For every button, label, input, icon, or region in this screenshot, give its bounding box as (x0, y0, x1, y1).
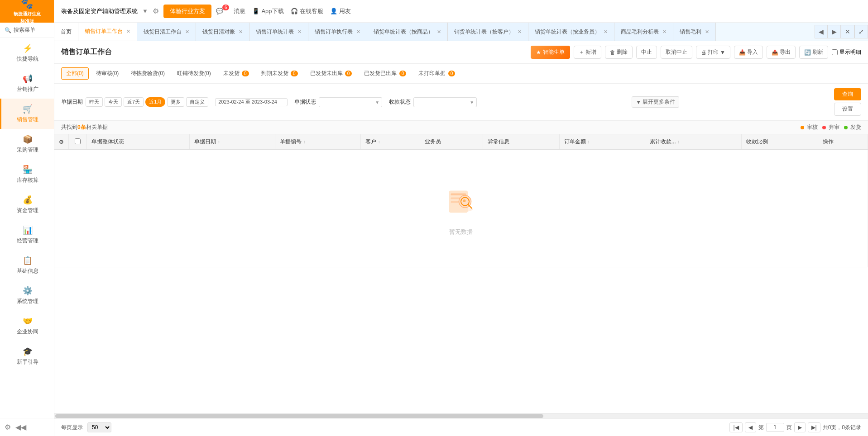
filter-tab-shipped-out[interactable]: 已发货已出库 0 (359, 67, 411, 80)
audit-btn[interactable]: 审核 (801, 123, 818, 131)
number-sort-icon[interactable]: ↕ (303, 139, 306, 144)
inventory-icon: 🏪 (23, 165, 33, 175)
tab-close-icon[interactable]: ✕ (604, 29, 608, 35)
sidebar-item-sales[interactable]: 🛒 销售管理 (0, 99, 54, 129)
per-page-select[interactable]: 20 50 100 (87, 422, 111, 432)
select-all-checkbox[interactable] (75, 138, 81, 144)
filter-tab-overdue-not-shipped[interactable]: 到期未发货 0 (256, 67, 303, 80)
sidebar-item-purchase[interactable]: 📦 采购管理 (0, 129, 54, 159)
expand-conditions-btn[interactable]: ▼ 展开更多条件 (632, 96, 679, 108)
filter-tab-wangpu-pending[interactable]: 旺铺待发货(0) (172, 67, 216, 80)
date-btn-today[interactable]: 今天 (105, 97, 122, 107)
add-btn[interactable]: ＋ 新增 (574, 46, 601, 59)
message-action[interactable]: 💬 6 消息 (216, 7, 246, 15)
payment-select[interactable] (413, 97, 477, 107)
amount-sort-icon[interactable]: ↕ (587, 139, 590, 144)
tab-close-icon[interactable]: ✕ (356, 29, 360, 35)
online-service-action[interactable]: 🎧 在线客服 (291, 7, 323, 15)
message-label: 消息 (234, 7, 245, 15)
cancel-stop-btn[interactable]: 取消中止 (661, 46, 692, 59)
date-btn-yesterday[interactable]: 昨天 (86, 97, 103, 107)
tab-sales-stats-customer[interactable]: 销货单统计表（按客户） ✕ (448, 23, 528, 41)
export-btn[interactable]: 📤 导出 (767, 46, 796, 59)
tab-label: 销售订单执行表 (315, 28, 353, 36)
refresh-btn[interactable]: 🔄 刷新 (799, 46, 828, 59)
sidebar-item-enterprise[interactable]: 🤝 企业协同 (0, 311, 54, 341)
show-detail-label[interactable]: 显示明细 (832, 48, 861, 56)
tab-close-icon[interactable]: ✕ (239, 29, 243, 35)
next-page-btn[interactable]: ▶ (794, 422, 806, 432)
sidebar-item-basic[interactable]: 📋 基础信息 (0, 250, 54, 280)
sidebar-item-guide[interactable]: 🎓 新手引导 (0, 341, 54, 371)
import-btn[interactable]: 📥 导入 (734, 46, 763, 59)
tab-scroll-left-btn[interactable]: ◀ (815, 25, 828, 38)
tab-sales-order-workspace[interactable]: 销售订单工作台 ✕ (78, 23, 137, 41)
scrollbar-thumb[interactable] (55, 414, 543, 418)
prev-page-btn[interactable]: ◀ (745, 422, 756, 432)
solution-btn[interactable]: 体验行业方案 (163, 5, 211, 18)
smart-order-btn[interactable]: ★ 智能生单 (531, 46, 570, 59)
query-btn[interactable]: 查询 (834, 88, 861, 100)
filter-tab-all[interactable]: 全部(0) (61, 67, 89, 80)
sidebar-item-marketing[interactable]: 📢 营销推广 (0, 68, 54, 99)
tab-cash-reconcile[interactable]: 钱货日清对账 ✕ (196, 23, 249, 41)
sidebar-item-quick-nav[interactable]: ⚡ 快捷导航 (0, 38, 54, 68)
user-action[interactable]: 👤 用友 (330, 7, 351, 15)
tab-fullscreen-btn[interactable]: ⤢ (854, 25, 868, 38)
tab-close-icon[interactable]: ✕ (126, 28, 130, 34)
sidebar-item-system[interactable]: ⚙️ 系统管理 (0, 280, 54, 311)
sidebar-item-inventory[interactable]: 🏪 库存核算 (0, 159, 54, 190)
filter-tab-pending-inspect[interactable]: 待拣货验货(0) (126, 67, 170, 80)
page-number-input[interactable] (766, 423, 784, 432)
column-settings-icon[interactable]: ⚙ (59, 139, 64, 145)
settings-btn[interactable]: 设置 (834, 103, 861, 116)
user-icon: 👤 (330, 8, 337, 14)
collected-sort-icon[interactable]: ↕ (677, 139, 680, 144)
tab-sales-stats[interactable]: 销售订单统计表 ✕ (249, 23, 308, 41)
tab-cash-daily[interactable]: 钱货日清工作台 ✕ (137, 23, 196, 41)
filter-tab-not-printed[interactable]: 未打印单据 0 (413, 67, 460, 80)
tab-close-icon[interactable]: ✕ (297, 29, 302, 35)
tab-close-icon[interactable]: ✕ (185, 29, 189, 35)
gear-icon[interactable]: ⚙ (153, 7, 159, 15)
tab-sales-stats-staff[interactable]: 销货单统计表（按业务员） ✕ (528, 23, 614, 41)
tab-home[interactable]: 首页 (54, 23, 78, 41)
tab-close-all-btn[interactable]: ✕ (841, 25, 854, 38)
app-download-action[interactable]: 📱 App下载 (252, 7, 283, 15)
tab-close-icon[interactable]: ✕ (705, 29, 709, 35)
first-page-btn[interactable]: |◀ (729, 422, 742, 432)
date-btn-7days[interactable]: 近7天 (124, 97, 144, 107)
filter-tab-pending-audit[interactable]: 待审核(0) (91, 67, 124, 80)
settings-bottom-icon[interactable]: ⚙ (5, 423, 11, 431)
date-btn-more[interactable]: 更多 (167, 97, 184, 107)
date-btn-custom[interactable]: 自定义 (186, 97, 208, 107)
cancel-audit-btn[interactable]: 弃审 (822, 123, 839, 131)
date-range-input[interactable] (215, 98, 288, 106)
stop-btn[interactable]: 中止 (636, 46, 657, 59)
collapse-icon[interactable]: ◀◀ (15, 423, 26, 431)
tab-scroll-right-btn[interactable]: ▶ (828, 25, 841, 38)
status-select[interactable] (319, 97, 382, 107)
customer-sort-icon[interactable]: ↕ (378, 139, 380, 144)
tab-close-icon[interactable]: ✕ (518, 29, 522, 35)
show-detail-checkbox[interactable] (832, 49, 838, 55)
search-menu-item[interactable]: 🔍 搜索菜单 (0, 23, 54, 38)
print-btn[interactable]: 🖨 打印 ▼ (696, 46, 730, 59)
filter-tab-shipped-not-out[interactable]: 已发货未出库 0 (305, 67, 357, 80)
tab-close-icon[interactable]: ✕ (437, 29, 441, 35)
last-page-btn[interactable]: ▶| (808, 422, 820, 432)
tab-sales-stats-product[interactable]: 销货单统计表（按商品） ✕ (367, 23, 448, 41)
horizontal-scrollbar[interactable] (54, 413, 868, 418)
date-sort-icon[interactable]: ↕ (218, 139, 220, 144)
tab-sales-exec[interactable]: 销售订单执行表 ✕ (308, 23, 367, 41)
dropdown-icon[interactable]: ▼ (142, 8, 148, 14)
tab-product-margin[interactable]: 商品毛利分析表 ✕ (614, 23, 673, 41)
date-btn-1month[interactable]: 近1月 (145, 97, 165, 107)
tab-close-icon[interactable]: ✕ (662, 29, 667, 35)
sidebar-item-finance[interactable]: 💰 资金管理 (0, 190, 54, 220)
sidebar-item-operations[interactable]: 📊 经营管理 (0, 220, 54, 250)
delete-btn[interactable]: 🗑 删除 (605, 46, 633, 59)
tab-sales-profit[interactable]: 销售毛利 ✕ (673, 23, 716, 41)
ship-btn[interactable]: 发货 (844, 123, 861, 131)
filter-tab-not-shipped[interactable]: 未发货 0 (218, 67, 254, 80)
